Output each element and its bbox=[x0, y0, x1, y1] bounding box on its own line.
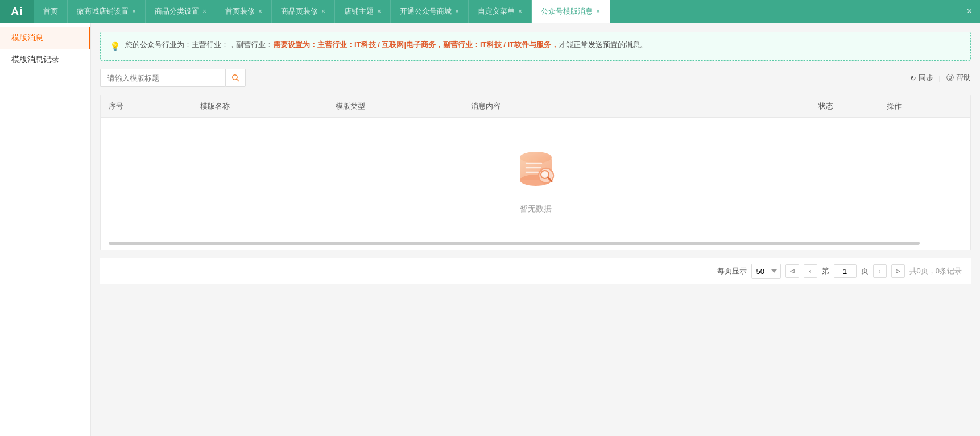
col-header-index: 序号 bbox=[101, 95, 192, 118]
svg-line-1 bbox=[237, 79, 239, 81]
page-suffix: 页 bbox=[861, 266, 869, 276]
col-header-name: 模版名称 bbox=[192, 95, 328, 118]
tab-close-template-msg[interactable]: × bbox=[596, 7, 600, 15]
sidebar: 模版消息模版消息记录 bbox=[0, 23, 91, 436]
notice-box: 💡 您的公众号行业为：主营行业：，副营行业：需要设置为：主营行业：IT科技 / … bbox=[100, 32, 971, 61]
page-last-button[interactable]: ⊳ bbox=[891, 264, 905, 278]
table-header: 序号模版名称模版类型消息内容状态操作 bbox=[101, 95, 970, 118]
scrollbar-area[interactable] bbox=[101, 237, 970, 250]
tab-close-home-decoration[interactable]: × bbox=[258, 7, 262, 15]
fake-scrollbar[interactable] bbox=[109, 242, 920, 245]
pagination-row: 每页显示 102050100 ⊲ ‹ 第 页 › ⊳ 共0页，0条记录 bbox=[100, 258, 971, 284]
sync-icon: ↻ bbox=[910, 74, 916, 82]
notice-text-before: 您的公众号行业为：主营行业：，副营行业： bbox=[125, 40, 273, 49]
col-header-status: 状态 bbox=[811, 95, 879, 118]
sync-label: 同步 bbox=[919, 73, 933, 83]
sidebar-item-template-message-record[interactable]: 模版消息记录 bbox=[0, 49, 90, 70]
tab-home[interactable]: 首页 bbox=[34, 0, 68, 23]
tab-custom-menu[interactable]: 自定义菜单× bbox=[469, 0, 532, 23]
page-input[interactable] bbox=[834, 264, 857, 278]
tab-open-mall[interactable]: 开通公众号商城× bbox=[391, 0, 469, 23]
per-page-label: 每页显示 bbox=[717, 266, 747, 276]
main-layout: 模版消息模版消息记录 💡 您的公众号行业为：主营行业：，副营行业：需要设置为：主… bbox=[0, 23, 980, 436]
tab-store-theme[interactable]: 店铺主题× bbox=[335, 0, 391, 23]
tab-close-open-mall[interactable]: × bbox=[455, 7, 459, 15]
toolbar-divider: | bbox=[939, 74, 941, 82]
close-all-button[interactable]: × bbox=[959, 0, 980, 23]
col-header-type: 模版类型 bbox=[328, 95, 463, 118]
page-next-button[interactable]: › bbox=[873, 264, 887, 278]
tab-product-decoration[interactable]: 商品页装修× bbox=[272, 0, 335, 23]
search-input[interactable] bbox=[100, 69, 225, 87]
sidebar-item-template-message[interactable]: 模版消息 bbox=[0, 27, 90, 49]
tab-bar: Ai 首页微商城店铺设置×商品分类设置×首页装修×商品页装修×店铺主题×开通公众… bbox=[0, 0, 980, 23]
help-button[interactable]: ⓪ 帮助 bbox=[946, 73, 971, 83]
tab-shop-settings[interactable]: 微商城店铺设置× bbox=[68, 0, 146, 23]
toolbar-right: ↻ 同步 | ⓪ 帮助 bbox=[910, 73, 971, 83]
help-icon: ⓪ bbox=[946, 73, 954, 83]
sync-button[interactable]: ↻ 同步 bbox=[910, 73, 933, 83]
per-page-select[interactable]: 102050100 bbox=[751, 264, 781, 279]
tab-close-shop-settings[interactable]: × bbox=[132, 7, 136, 15]
notice-text-after: 才能正常发送预置的消息。 bbox=[559, 40, 647, 49]
page-prev-button[interactable]: ‹ bbox=[804, 264, 817, 278]
empty-icon bbox=[507, 140, 564, 197]
tab-close-custom-menu[interactable]: × bbox=[518, 7, 522, 15]
empty-text: 暂无数据 bbox=[520, 204, 552, 214]
tab-category-settings[interactable]: 商品分类设置× bbox=[146, 0, 216, 23]
search-button[interactable] bbox=[225, 69, 246, 87]
tab-close-product-decoration[interactable]: × bbox=[321, 7, 325, 15]
tab-template-msg[interactable]: 公众号模版消息× bbox=[532, 0, 610, 23]
empty-state: 暂无数据 bbox=[101, 118, 970, 237]
tab-home-decoration[interactable]: 首页装修× bbox=[216, 0, 272, 23]
notice-highlight-text: 需要设置为：主营行业：IT科技 / 互联网|电子商务，副营行业：IT科技 / I… bbox=[273, 40, 559, 49]
search-group bbox=[100, 69, 246, 87]
search-icon bbox=[231, 74, 239, 82]
per-page-select-wrap: 102050100 bbox=[751, 264, 781, 279]
tab-close-category-settings[interactable]: × bbox=[202, 7, 206, 15]
page-first-button[interactable]: ⊲ bbox=[785, 264, 799, 278]
notice-text: 您的公众号行业为：主营行业：，副营行业：需要设置为：主营行业：IT科技 / 互联… bbox=[125, 39, 647, 51]
col-header-action: 操作 bbox=[879, 95, 970, 118]
tab-close-store-theme[interactable]: × bbox=[377, 7, 381, 15]
pagination-summary: 共0页，0条记录 bbox=[909, 266, 962, 276]
table-container: 序号模版名称模版类型消息内容状态操作 bbox=[100, 95, 971, 250]
toolbar-row: ↻ 同步 | ⓪ 帮助 bbox=[100, 69, 971, 87]
app-logo: Ai bbox=[0, 0, 34, 23]
data-table: 序号模版名称模版类型消息内容状态操作 bbox=[101, 95, 970, 118]
help-label: 帮助 bbox=[956, 73, 971, 83]
page-prefix: 第 bbox=[822, 266, 829, 276]
notice-icon: 💡 bbox=[110, 40, 121, 53]
col-header-content: 消息内容 bbox=[463, 95, 811, 118]
content-area: 💡 您的公众号行业为：主营行业：，副营行业：需要设置为：主营行业：IT科技 / … bbox=[91, 23, 980, 436]
